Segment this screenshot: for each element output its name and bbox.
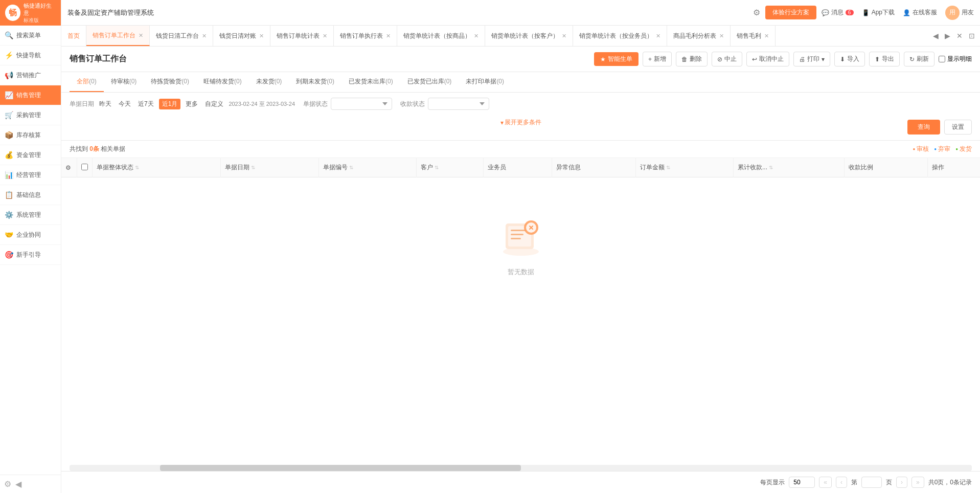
next-page-btn[interactable]: › [896,477,907,488]
cancel-suspend-btn[interactable]: ↩ 取消中止 [746,52,789,66]
tab-close-5[interactable]: ✕ [386,33,391,39]
filter-setting-btn[interactable]: 设置 [944,120,972,135]
sidebar-item-营销推广[interactable]: 📢营销推广 [0,65,61,85]
th-collected-sort[interactable]: 累计收款...⇅ [738,163,840,172]
page-input[interactable]: 1 [861,477,882,488]
date-option-1[interactable]: 今天 [117,99,133,109]
tab-close-4[interactable]: ✕ [323,33,327,39]
export-btn[interactable]: ⬆ 导出 [869,52,900,66]
tabs-prev-btn[interactable]: ◀ [931,31,941,41]
th-customer-sort[interactable]: 客户⇅ [421,163,479,172]
refresh-btn[interactable]: ↻ 刷新 [904,52,935,66]
add-btn[interactable]: + 新增 [643,52,672,66]
tabs-expand-btn[interactable]: ⊡ [967,31,977,41]
print-btn[interactable]: 🖨 打印 ▾ [793,52,830,66]
th-status-sort[interactable]: 单据整体状态⇅ [97,163,217,172]
sub-tab-6[interactable]: 已发货未出库(0) [341,72,400,92]
sub-tab-7[interactable]: 已发货已出库(0) [400,72,459,92]
th-settings[interactable]: ⚙ [61,158,77,177]
sub-tab-count-3: (0) [234,78,242,85]
prev-page-btn[interactable]: ‹ [836,477,847,488]
date-option-2[interactable]: 近7天 [136,99,156,109]
tab-close-1[interactable]: ✕ [139,32,143,39]
show-detail-checkbox-area[interactable]: 显示明细 [939,55,972,63]
sub-tab-5[interactable]: 到期未发货(0) [289,72,341,92]
sidebar-item-采购管理[interactable]: 🛒采购管理 [0,105,61,125]
tab-close-10[interactable]: ✕ [764,33,769,39]
query-btn[interactable]: 查询 [907,120,940,135]
horizontal-scroll[interactable] [70,465,972,471]
industry-btn[interactable]: 体验行业方案 [765,6,816,19]
sidebar-item-快捷导航[interactable]: ⚡快捷导航 [0,46,61,65]
show-detail-checkbox[interactable] [939,56,945,62]
topbar-user[interactable]: 用 用友 [945,6,974,20]
sidebar-item-新手引导[interactable]: 🎯新手引导 [0,245,61,265]
sidebar-settings-icon[interactable]: ⚙ [4,479,11,489]
tab-close-7[interactable]: ✕ [562,33,566,39]
page-size-select[interactable]: 10 20 50 100 [789,477,815,488]
tab-close-9[interactable]: ✕ [719,33,724,39]
sidebar-item-资金管理[interactable]: 💰资金管理 [0,145,61,165]
table-action-审核[interactable]: 审核 [913,145,929,153]
smart-btn[interactable]: ★ 智能生单 [594,52,639,66]
scroll-thumb[interactable] [160,465,521,471]
sidebar-item-基础信息[interactable]: 📋基础信息 [0,185,61,205]
expand-btn[interactable]: ▾ 展开更多条件 [500,118,541,127]
topbar-right: 💬 消息 6 📱 App下载 👤 在线客服 用 用友 [822,6,974,20]
tab-8[interactable]: 销货单统计表（按业务员）✕ [573,26,667,46]
date-option-3[interactable]: 近1月 [159,99,181,109]
status-select[interactable] [331,98,392,110]
topbar-app-download[interactable]: 📱 App下载 [862,8,895,17]
tab-close-8[interactable]: ✕ [656,33,660,39]
tab-7[interactable]: 销货单统计表（按客户）✕ [485,26,573,46]
sidebar-item-系统管理[interactable]: ⚙️系统管理 [0,205,61,225]
sidebar-item-企业协同[interactable]: 🤝企业协同 [0,225,61,245]
first-page-btn[interactable]: « [819,477,832,488]
sidebar-item-经营管理[interactable]: 📊经营管理 [0,165,61,185]
nav-icon-9: ⚙️ [4,210,13,219]
tab-2[interactable]: 钱货日清工作台✕ [150,26,213,46]
tabs-close-all-btn[interactable]: ✕ [954,31,965,41]
sub-tab-4[interactable]: 未发货(0) [249,72,289,92]
sidebar-item-销售管理[interactable]: 📈销售管理 [0,85,61,105]
select-all-checkbox[interactable] [81,164,88,170]
date-option-0[interactable]: 昨天 [97,99,113,109]
table-action-弃审[interactable]: 弃审 [934,145,950,153]
tab-close-3[interactable]: ✕ [259,33,264,39]
th-amount-sort[interactable]: 订单金额⇅ [640,163,729,172]
sidebar-collapse-icon[interactable]: ◀ [15,479,21,489]
th-number-sort[interactable]: 单据编号⇅ [323,163,412,172]
sub-tab-0[interactable]: 全部(0) [70,72,104,92]
sub-tab-1[interactable]: 待审核(0) [104,72,144,92]
date-option-5[interactable]: 自定义 [203,99,225,109]
topbar-settings-icon[interactable]: ⚙ [753,8,760,17]
tab-1[interactable]: 销售订单工作台✕ [86,26,150,46]
import-btn[interactable]: ⬇ 导入 [834,52,865,66]
last-page-btn[interactable]: » [911,477,924,488]
sidebar-item-搜索菜单[interactable]: 🔍搜索菜单 [0,26,61,46]
tab-10[interactable]: 销售毛利✕ [731,26,776,46]
sidebar-item-库存核算[interactable]: 📦库存核算 [0,125,61,145]
sub-tab-8[interactable]: 未打印单据(0) [459,72,511,92]
tab-5[interactable]: 销售订单执行表✕ [334,26,397,46]
date-option-4[interactable]: 更多 [184,99,200,109]
table-action-发货[interactable]: 发货 [955,145,972,153]
tab-3[interactable]: 钱货日清对账✕ [213,26,270,46]
tab-6[interactable]: 销货单统计表（按商品）✕ [397,26,485,46]
tab-close-6[interactable]: ✕ [474,33,478,39]
table-right-actions: 审核弃审发货 [913,145,972,153]
th-date-sort[interactable]: 单据日期⇅ [225,163,314,172]
tab-4[interactable]: 销售订单统计表✕ [270,26,334,46]
tab-close-2[interactable]: ✕ [202,33,207,39]
th-checkbox[interactable] [77,158,92,177]
tab-0[interactable]: 首页 [61,26,86,46]
suspend-btn[interactable]: ⊘ 中止 [712,52,742,66]
topbar-messages[interactable]: 💬 消息 6 [822,8,854,17]
delete-btn[interactable]: 🗑 删除 [676,52,708,66]
tab-9[interactable]: 商品毛利分析表✕ [667,26,731,46]
sub-tab-3[interactable]: 旺铺待发货(0) [196,72,249,92]
tabs-next-btn[interactable]: ▶ [943,31,952,41]
sub-tab-2[interactable]: 待拣货验货(0) [144,72,196,92]
payment-select[interactable] [428,98,489,110]
topbar-online-service[interactable]: 👤 在线客服 [903,8,937,17]
